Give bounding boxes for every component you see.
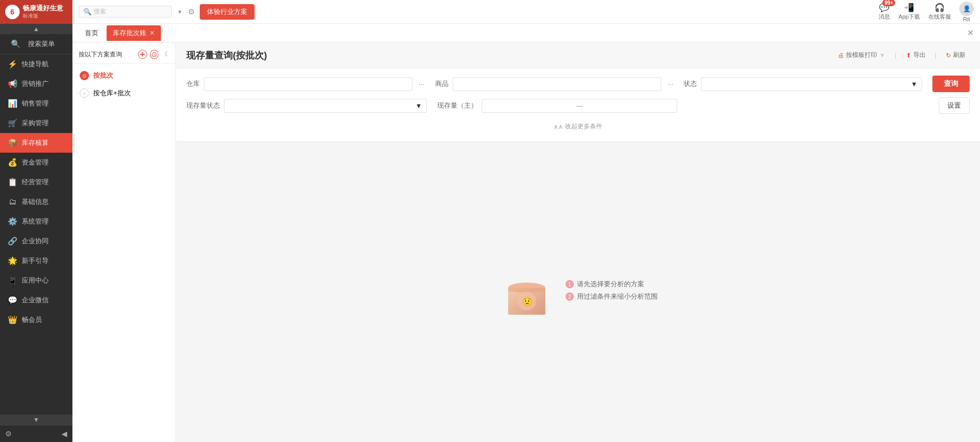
folder-icon: 🗂 bbox=[7, 197, 18, 206]
message-label: 消息 bbox=[879, 13, 890, 21]
collapse-panel-icon[interactable]: 《 bbox=[161, 50, 169, 59]
footer-collapse-btn[interactable]: ◀ bbox=[62, 430, 67, 438]
topbar-chevron-icon[interactable]: ▼ bbox=[177, 9, 183, 15]
sidebar-item-label: 新手引导 bbox=[22, 256, 49, 266]
add-plan-icon[interactable]: + bbox=[138, 50, 147, 59]
tab-batch-label: 库存批次账 bbox=[113, 28, 146, 38]
sidebar-item-label: 销售管理 bbox=[22, 99, 49, 108]
sidebar-item-finance[interactable]: 💰 资金管理 bbox=[0, 153, 72, 172]
star-icon: 🌟 bbox=[7, 256, 18, 266]
plan-item-batch[interactable]: ⊙ 按批次 bbox=[72, 67, 175, 84]
sidebar-item-sales[interactable]: 📊 销售管理 bbox=[0, 94, 72, 113]
tab-panel-close-icon[interactable]: ✕ bbox=[967, 28, 974, 38]
tab-home-label: 首页 bbox=[85, 28, 98, 38]
app-version: 标准版 bbox=[23, 12, 63, 20]
status-filter-group: 状态 ▼ bbox=[684, 77, 922, 91]
sidebar-item-marketing[interactable]: 📢 营销推广 bbox=[0, 74, 72, 94]
sidebar-item-quick[interactable]: ⚡ 快捷导航 bbox=[0, 54, 72, 74]
status-chevron-icon: ▼ bbox=[911, 80, 917, 88]
title-actions: 🖨 按模板打印 ▼ | ⬆ 导出 | ↻ 刷新 bbox=[834, 49, 970, 62]
app-download-action[interactable]: 📲 App下载 bbox=[898, 3, 920, 21]
sidebar-item-member[interactable]: 👑 畅会员 bbox=[0, 310, 72, 330]
user-icon: 👤 bbox=[963, 5, 971, 12]
left-panel-header: 按以下方案查询 + ⊙ 《 bbox=[72, 48, 175, 64]
online-service-action[interactable]: 🎧 在线客服 bbox=[928, 3, 951, 21]
svg-rect-2 bbox=[508, 288, 545, 292]
empty-svg: 😟 bbox=[498, 266, 555, 323]
settings-button[interactable]: 设置 bbox=[939, 97, 970, 114]
experience-button[interactable]: 体验行业方案 bbox=[200, 4, 255, 20]
tab-batch[interactable]: 库存批次账 ✕ bbox=[107, 25, 161, 41]
sidebar-item-label: 快捷导航 bbox=[22, 60, 49, 69]
sidebar-item-inventory[interactable]: 📦 库存核算 bbox=[0, 133, 72, 153]
print-label: 按模板打印 bbox=[846, 51, 877, 60]
empty-hint-1: 1 请先选择要分析的方案 bbox=[566, 279, 658, 289]
stock-status-dropdown[interactable]: ▼ bbox=[224, 99, 427, 113]
sidebar-item-label: 企业协同 bbox=[22, 237, 49, 246]
search-icon: 🔍 bbox=[10, 39, 21, 49]
avatar: 👤 bbox=[959, 2, 974, 16]
tabs-bar: 首页 库存批次账 ✕ ✕ bbox=[72, 24, 980, 42]
sidebar-item-label: 采购管理 bbox=[22, 119, 49, 128]
sidebar-item-label: 应用中心 bbox=[22, 276, 49, 285]
settings-plan-icon[interactable]: ⊙ bbox=[150, 50, 159, 59]
product-input[interactable] bbox=[453, 77, 661, 91]
export-btn[interactable]: ⬆ 导出 bbox=[902, 49, 930, 62]
warehouse-input[interactable] bbox=[204, 77, 412, 91]
page-title: 现存量查询(按批次) bbox=[186, 49, 834, 62]
topbar: 🔍 搜索 ▼ ⚙ 体验行业方案 99+ 💬 消息 📲 App下载 🎧 在线客服 bbox=[72, 0, 980, 24]
sidebar-item-system[interactable]: ⚙️ 系统管理 bbox=[0, 212, 72, 231]
topbar-actions: 99+ 💬 消息 📲 App下载 🎧 在线客服 👤 Rit bbox=[879, 2, 974, 22]
message-badge: 99+ bbox=[882, 0, 895, 6]
sidebar-item-operations[interactable]: 📋 经营管理 bbox=[0, 172, 72, 192]
plan-dot-outline: ○ bbox=[80, 89, 89, 98]
topbar-gear-icon[interactable]: ⚙ bbox=[188, 7, 195, 17]
left-panel: 按以下方案查询 + ⊙ 《 ⊙ 按批次 ○ 按仓库+批次 bbox=[72, 42, 176, 442]
tab-batch-close-icon[interactable]: ✕ bbox=[150, 30, 155, 37]
sidebar-item-label: 基础信息 bbox=[22, 197, 49, 207]
app-download-label: App下载 bbox=[898, 13, 920, 21]
right-content: 现存量查询(按批次) 🖨 按模板打印 ▼ | ⬆ 导出 | ↻ bbox=[176, 42, 980, 442]
stock-status-label: 现存量状态 bbox=[186, 101, 220, 110]
warehouse-more-icon[interactable]: ··· bbox=[419, 80, 425, 88]
plan-item-warehouse-batch[interactable]: ○ 按仓库+批次 bbox=[72, 84, 175, 102]
sidebar-item-search[interactable]: 🔍 搜索菜单 bbox=[0, 34, 72, 54]
page-title-bar: 现存量查询(按批次) 🖨 按模板打印 ▼ | ⬆ 导出 | ↻ bbox=[176, 42, 980, 68]
left-panel-title: 按以下方案查询 bbox=[79, 50, 138, 59]
sidebar-item-label: 畅会员 bbox=[22, 315, 42, 325]
sidebar: 6 畅康通好生意 标准版 ▲ 🔍 搜索菜单 ⚡ 快捷导航 📢 营销推广 📊 销售… bbox=[0, 0, 72, 442]
status-dropdown[interactable]: ▼ bbox=[701, 77, 922, 91]
collapse-bar[interactable]: ∧∧ 收起更多条件 bbox=[186, 119, 970, 134]
sidebar-item-newbie[interactable]: 🌟 新手引导 bbox=[0, 251, 72, 271]
collapse-label: 收起更多条件 bbox=[565, 122, 602, 131]
refresh-btn[interactable]: ↻ 刷新 bbox=[942, 49, 970, 62]
crown-icon: 👑 bbox=[7, 315, 18, 325]
sidebar-item-label: 企业微信 bbox=[22, 296, 49, 305]
empty-hints: 1 请先选择要分析的方案 2 用过滤条件来缩小分析范围 bbox=[566, 279, 658, 304]
topbar-search-area[interactable]: 🔍 搜索 bbox=[79, 6, 172, 18]
clipboard-icon: 📋 bbox=[7, 178, 18, 187]
search-placeholder: 搜索 bbox=[94, 7, 106, 16]
sidebar-scroll-down[interactable]: ▼ bbox=[0, 415, 72, 425]
sidebar-item-enterprise[interactable]: 🔗 企业协同 bbox=[0, 231, 72, 251]
main-area: 🔍 搜索 ▼ ⚙ 体验行业方案 99+ 💬 消息 📲 App下载 🎧 在线客服 bbox=[72, 0, 980, 442]
sidebar-item-wechat[interactable]: 💬 企业微信 bbox=[0, 290, 72, 310]
sidebar-footer: ⚙ ◀ bbox=[0, 425, 72, 442]
footer-settings-btn[interactable]: ⚙ bbox=[5, 430, 12, 438]
sidebar-item-appstore[interactable]: 📱 应用中心 bbox=[0, 271, 72, 290]
sidebar-scroll-up[interactable]: ▲ bbox=[0, 24, 72, 34]
product-more-icon[interactable]: ··· bbox=[667, 80, 674, 88]
gear-icon: ⚙️ bbox=[7, 217, 18, 226]
sidebar-item-basic[interactable]: 🗂 基础信息 bbox=[0, 192, 72, 212]
box-icon: 📦 bbox=[7, 138, 18, 148]
user-profile[interactable]: 👤 Rit bbox=[959, 2, 974, 22]
mobile-download-icon: 📲 bbox=[904, 3, 914, 12]
message-action[interactable]: 99+ 💬 消息 bbox=[879, 3, 890, 21]
print-btn[interactable]: 🖨 按模板打印 ▼ bbox=[834, 49, 889, 62]
tab-home[interactable]: 首页 bbox=[79, 25, 105, 41]
query-button[interactable]: 查询 bbox=[932, 76, 970, 92]
filter-area: 仓库 ··· 商品 ··· 状态 ▼ bbox=[176, 68, 980, 142]
sidebar-item-purchase[interactable]: 🛒 采购管理 bbox=[0, 113, 72, 133]
product-label: 商品 bbox=[435, 79, 449, 89]
left-panel-actions: + ⊙ 《 bbox=[138, 50, 169, 59]
